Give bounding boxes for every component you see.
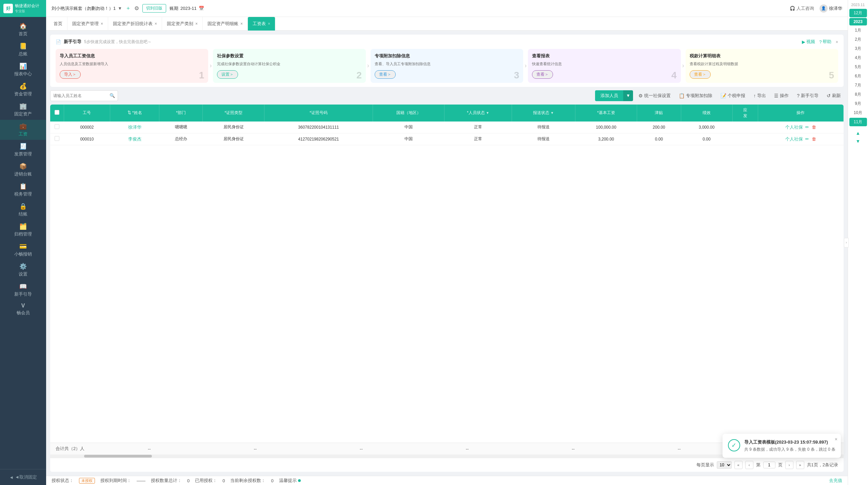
personal-tax-button[interactable]: 📝 个税申报 [718, 91, 748, 100]
sidebar-item-inventory[interactable]: 📦 进销台账 [0, 160, 46, 180]
panel-month-6[interactable]: 6月 [849, 72, 867, 80]
last-page-button[interactable]: » [796, 461, 804, 469]
panel-year-2023[interactable]: 2023 [849, 18, 867, 25]
step1-button[interactable]: 导入＞ [60, 70, 81, 79]
add-person-dropdown-button[interactable]: ▼ [623, 90, 633, 101]
step4-button[interactable]: 查看＞ [532, 70, 553, 79]
th-status: *人员状态 ▼ [445, 105, 512, 122]
tab-close-icon[interactable]: × [240, 21, 243, 26]
guide-help-link[interactable]: ? 帮助 [819, 39, 831, 45]
panel-month-11[interactable]: 11月 [849, 118, 867, 126]
tab-home[interactable]: 首页 [49, 17, 67, 31]
export-button[interactable]: ↑ 导出 [751, 91, 769, 100]
cancel-pin-button[interactable]: ◄ ◄取消固定 [0, 472, 46, 482]
tab-fixed-asset-depreciation[interactable]: 固定资产折旧统计表 × [108, 17, 162, 31]
tab-close-icon[interactable]: × [101, 21, 103, 26]
sidebar-item-tax[interactable]: 📋 税务管理 [0, 180, 46, 200]
row-checkbox[interactable] [55, 124, 59, 129]
guide-icon: 📖 [19, 283, 27, 290]
sidebar-item-expense[interactable]: 💳 小畅报销 [0, 240, 46, 260]
account-selector[interactable]: 刘小艳演示账套（勿删勿动！）1 ▼ [52, 5, 122, 12]
edit-icon[interactable]: ✏ [805, 125, 809, 130]
tab-fixed-asset-detail[interactable]: 固定资产明细账 × [203, 17, 248, 31]
table-container[interactable]: 工号 ⇅*姓名 *部门 *证照类型 *证照号码 国籍（地区） *人员状态 ▼ [50, 105, 844, 443]
delete-icon[interactable]: 🗑 [812, 125, 816, 130]
status-filter-icon[interactable]: ▼ [486, 111, 489, 115]
sidebar-item-closing[interactable]: 🔒 结账 [0, 200, 46, 220]
prev-page-button[interactable]: ‹ [745, 461, 753, 469]
send-filter-icon[interactable]: ▼ [550, 111, 554, 115]
next-page-button[interactable]: › [785, 461, 793, 469]
guide-video-link[interactable]: ▶ 视频 [802, 39, 815, 45]
sidebar-item-funds[interactable]: 💰 资金管理 [0, 80, 46, 100]
step2-button[interactable]: 设置＞ [217, 70, 238, 79]
sidebar-item-fixed-assets[interactable]: 🏢 固定资产 [0, 100, 46, 120]
td-id-number: 412702198206290521 [264, 133, 373, 145]
edit-icon[interactable]: ✏ [805, 136, 809, 142]
panel-month-3[interactable]: 3月 [849, 44, 867, 53]
search-input[interactable] [53, 93, 107, 98]
scrollbar-thumb[interactable] [84, 455, 152, 458]
sidebar-item-archive[interactable]: 🗂️ 归档管理 [0, 220, 46, 240]
panel-month-12[interactable]: 12月 [849, 9, 867, 17]
tab-salary-table[interactable]: 工资表 × [248, 17, 275, 31]
special-deduction-button[interactable]: 📋 专项附加扣除 [676, 91, 715, 100]
page-size-select[interactable]: 10 20 50 [717, 461, 732, 469]
step3-button[interactable]: 查看＞ [375, 70, 396, 79]
delete-icon[interactable]: 🗑 [812, 136, 816, 142]
panel-month-1[interactable]: 1月 [849, 26, 867, 35]
user-menu[interactable]: 👤 徐泽华 [820, 4, 842, 13]
panel-up-button[interactable]: ▲ [853, 130, 864, 136]
sidebar-item-settings[interactable]: ⚙️ 设置 [0, 260, 46, 280]
calendar-icon[interactable]: 📅 [199, 6, 204, 11]
step-arrow-1: › [208, 49, 213, 83]
panel-month-8[interactable]: 8月 [849, 90, 867, 99]
step5-button[interactable]: 查看＞ [690, 70, 711, 79]
search-icon[interactable]: 🔍 [110, 93, 115, 98]
account-dropdown-icon[interactable]: ▼ [118, 6, 122, 11]
go-charge-button[interactable]: 去充值 [829, 478, 842, 484]
first-page-button[interactable]: « [734, 461, 743, 469]
td-checkbox[interactable] [50, 133, 64, 145]
panel-month-5[interactable]: 5月 [849, 63, 867, 71]
tab-fixed-asset-category[interactable]: 固定资产类别 × [162, 17, 203, 31]
toast-close-button[interactable]: × [835, 436, 837, 442]
td-checkbox[interactable] [50, 122, 64, 133]
sidebar-item-ledger[interactable]: 📒 总账 [0, 40, 46, 60]
employee-name-link[interactable]: 李俊杰 [128, 136, 141, 142]
personal-insurance-link[interactable]: 个人社保 [785, 136, 803, 142]
version-switch-button[interactable]: 切到旧版 [142, 4, 166, 13]
sidebar-item-guide[interactable]: 📖 新手引导 [0, 280, 46, 300]
header-settings-icon[interactable]: ⚙ [134, 5, 139, 12]
select-all-checkbox[interactable] [55, 110, 59, 115]
add-account-button[interactable]: ＋ [125, 5, 131, 12]
guide-close-icon[interactable]: × [835, 39, 838, 44]
tab-fixed-asset-mgmt[interactable]: 固定资产管理 × [67, 17, 108, 31]
social-insurance-button[interactable]: ⚙ 统一社保设置 [636, 91, 673, 100]
employee-name-link[interactable]: 徐泽华 [128, 125, 141, 130]
sidebar-item-reports[interactable]: 📊 报表中心 [0, 60, 46, 80]
panel-month-9[interactable]: 9月 [849, 99, 867, 108]
refresh-button[interactable]: ↺ 刷新 [824, 91, 844, 100]
sidebar-item-vip[interactable]: V 畅会员 [0, 300, 46, 319]
sort-icon[interactable]: ⇅ [127, 110, 131, 115]
guide-button[interactable]: ? 新手引导 [794, 91, 821, 100]
row-checkbox[interactable] [55, 136, 59, 141]
tab-close-icon[interactable]: × [195, 21, 198, 26]
panel-down-button[interactable]: ▼ [853, 138, 864, 145]
panel-month-2[interactable]: 2月 [849, 35, 867, 44]
sidebar-item-invoices[interactable]: 🧾 发票管理 [0, 140, 46, 160]
page-input[interactable] [763, 462, 775, 468]
tab-close-icon[interactable]: × [155, 21, 157, 26]
add-person-button[interactable]: 添加人员 [595, 90, 624, 101]
operations-button[interactable]: ☰ 操作 [771, 91, 791, 100]
panel-month-4[interactable]: 4月 [849, 54, 867, 62]
personal-insurance-link[interactable]: 个人社保 [785, 125, 803, 130]
consult-button[interactable]: 🎧 人工咨询 [790, 5, 814, 12]
sidebar-item-salary[interactable]: 💼 工资 [0, 120, 46, 140]
panel-month-7[interactable]: 7月 [849, 81, 867, 90]
tab-close-icon[interactable]: × [268, 21, 270, 26]
panel-month-10[interactable]: 10月 [849, 109, 867, 117]
sidebar-item-home[interactable]: 🏠 首页 [0, 20, 46, 40]
collapse-panel-button[interactable]: › [844, 238, 849, 247]
